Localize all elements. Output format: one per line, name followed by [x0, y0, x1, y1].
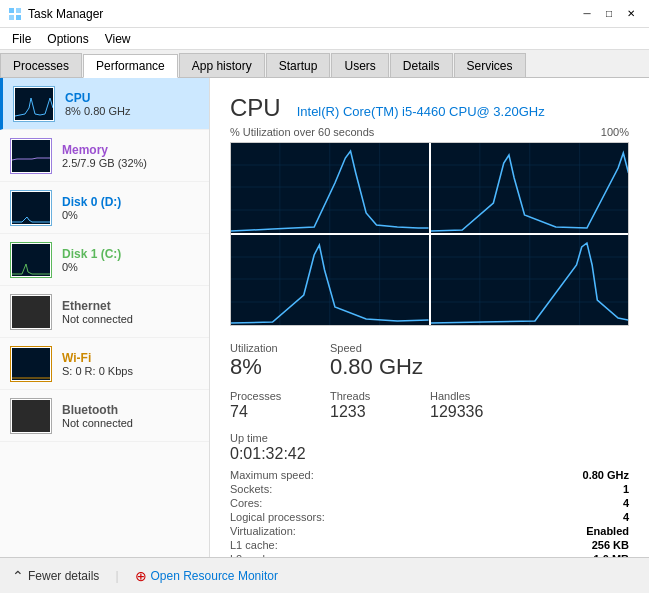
virt-key: Virtualization:	[230, 525, 296, 537]
svg-rect-7	[12, 244, 50, 276]
sidebar-item-wifi[interactable]: Wi-Fi S: 0 R: 0 Kbps	[0, 338, 209, 390]
disk1-name: Disk 1 (C:)	[62, 247, 199, 261]
chart-cell-bl	[231, 235, 429, 325]
cores-val: 4	[623, 497, 629, 509]
chart-cell-tr	[431, 143, 629, 233]
maximize-button[interactable]: □	[599, 4, 619, 24]
uptime-label: Up time	[230, 432, 629, 444]
bluetooth-info: Bluetooth Not connected	[62, 403, 199, 429]
speed-stat-label: Speed	[330, 342, 423, 354]
utilization-stat-value: 8%	[230, 354, 310, 380]
minimize-button[interactable]: ─	[577, 4, 597, 24]
tab-processes[interactable]: Processes	[0, 53, 82, 77]
menu-file[interactable]: File	[4, 30, 39, 47]
speed-stat: Speed 0.80 GHz	[330, 342, 423, 380]
sidebar-item-memory[interactable]: Memory 2.5/7.9 GB (32%)	[0, 130, 209, 182]
sockets-row: Sockets: 1	[230, 483, 629, 495]
app-icon	[8, 7, 22, 21]
l2-val: 1.0 MB	[594, 553, 629, 557]
window-controls: ─ □ ✕	[577, 4, 641, 24]
disk0-value: 0%	[62, 209, 199, 221]
fewer-details-button[interactable]: ⌃ Fewer details	[12, 568, 99, 584]
ethernet-thumbnail	[10, 294, 52, 330]
window-title: Task Manager	[28, 7, 103, 21]
tab-services[interactable]: Services	[454, 53, 526, 77]
sidebar-item-ethernet[interactable]: Ethernet Not connected	[0, 286, 209, 338]
svg-rect-1	[16, 8, 21, 13]
svg-rect-8	[12, 296, 50, 328]
l2-key: L2 cache:	[230, 553, 278, 557]
sidebar-item-disk1[interactable]: Disk 1 (C:) 0%	[0, 234, 209, 286]
uptime-value: 0:01:32:42	[230, 444, 629, 463]
tab-startup[interactable]: Startup	[266, 53, 331, 77]
menu-options[interactable]: Options	[39, 30, 96, 47]
ethernet-info: Ethernet Not connected	[62, 299, 199, 325]
sidebar-item-bluetooth[interactable]: Bluetooth Not connected	[0, 390, 209, 442]
svg-rect-3	[16, 15, 21, 20]
sockets-key: Sockets:	[230, 483, 272, 495]
title-bar: Task Manager ─ □ ✕	[0, 0, 649, 28]
wifi-thumbnail	[10, 346, 52, 382]
svg-rect-9	[12, 348, 50, 380]
stats-row-2: Processes 74 Threads 1233 Handles 129336	[230, 390, 629, 421]
processes-stat-value: 74	[230, 402, 310, 421]
disk0-name: Disk 0 (D:)	[62, 195, 199, 209]
cpu-chart-grid	[230, 142, 629, 326]
disk1-thumbnail	[10, 242, 52, 278]
tab-performance[interactable]: Performance	[83, 54, 178, 78]
svg-rect-5	[12, 140, 50, 172]
memory-value: 2.5/7.9 GB (32%)	[62, 157, 199, 169]
threads-stat: Threads 1233	[330, 390, 410, 421]
memory-name: Memory	[62, 143, 199, 157]
detail-title: CPU	[230, 94, 281, 122]
tab-users[interactable]: Users	[331, 53, 388, 77]
main-content: CPU 8% 0.80 GHz Memory 2.5/7.9 GB (32%)	[0, 78, 649, 557]
wifi-name: Wi-Fi	[62, 351, 199, 365]
processes-stat: Processes 74	[230, 390, 310, 421]
l2-row: L2 cache: 1.0 MB	[230, 553, 629, 557]
l1-val: 256 KB	[592, 539, 629, 551]
cpu-info: CPU 8% 0.80 GHz	[65, 91, 199, 117]
tab-details[interactable]: Details	[390, 53, 453, 77]
menu-view[interactable]: View	[97, 30, 139, 47]
max-speed-val: 0.80 GHz	[583, 469, 629, 481]
separator: |	[115, 569, 118, 583]
detail-panel: CPU Intel(R) Core(TM) i5-4460 CPU@ 3.20G…	[210, 78, 649, 557]
wifi-value: S: 0 R: 0 Kbps	[62, 365, 199, 377]
ethernet-value: Not connected	[62, 313, 199, 325]
handles-stat-value: 129336	[430, 402, 510, 421]
logical-val: 4	[623, 511, 629, 523]
bluetooth-name: Bluetooth	[62, 403, 199, 417]
logical-row: Logical processors: 4	[230, 511, 629, 523]
close-button[interactable]: ✕	[621, 4, 641, 24]
disk1-info: Disk 1 (C:) 0%	[62, 247, 199, 273]
virt-val: Enabled	[586, 525, 629, 537]
disk1-value: 0%	[62, 261, 199, 273]
speed-stat-value: 0.80 GHz	[330, 354, 423, 380]
sidebar-item-cpu[interactable]: CPU 8% 0.80 GHz	[0, 78, 209, 130]
cpu-value: 8% 0.80 GHz	[65, 105, 199, 117]
utilization-label: % Utilization over 60 seconds 100%	[230, 126, 629, 138]
uptime-block: Up time 0:01:32:42	[230, 432, 629, 463]
sidebar-item-disk0[interactable]: Disk 0 (D:) 0%	[0, 182, 209, 234]
bluetooth-value: Not connected	[62, 417, 199, 429]
tab-app-history[interactable]: App history	[179, 53, 265, 77]
cpu-name: CPU	[65, 91, 199, 105]
chevron-up-icon: ⌃	[12, 568, 24, 584]
svg-rect-2	[9, 15, 14, 20]
disk0-thumbnail	[10, 190, 52, 226]
max-speed-row: Maximum speed: 0.80 GHz	[230, 469, 629, 481]
cores-key: Cores:	[230, 497, 262, 509]
threads-stat-value: 1233	[330, 402, 410, 421]
processes-stat-label: Processes	[230, 390, 310, 402]
sidebar: CPU 8% 0.80 GHz Memory 2.5/7.9 GB (32%)	[0, 78, 210, 557]
cpu-thumbnail	[13, 86, 55, 122]
memory-thumbnail	[10, 138, 52, 174]
bluetooth-thumbnail	[10, 398, 52, 434]
open-resource-monitor-link[interactable]: ⊕ Open Resource Monitor	[135, 568, 278, 584]
info-grid: Maximum speed: 0.80 GHz Sockets: 1 Cores…	[230, 469, 629, 557]
l1-key: L1 cache:	[230, 539, 278, 551]
logical-key: Logical processors:	[230, 511, 325, 523]
ethernet-name: Ethernet	[62, 299, 199, 313]
cores-row: Cores: 4	[230, 497, 629, 509]
